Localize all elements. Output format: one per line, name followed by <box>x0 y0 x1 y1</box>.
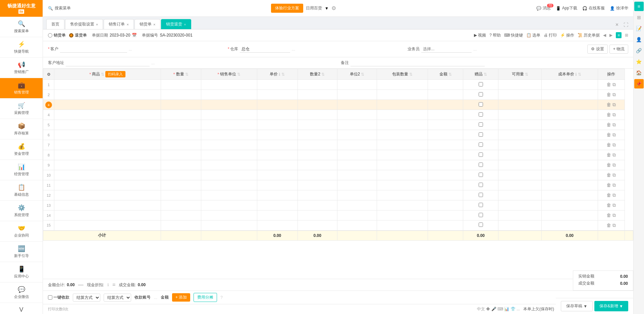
delete-row-btn-2[interactable]: 🗑 <box>606 92 611 97</box>
gift-checkbox-8[interactable] <box>479 152 483 157</box>
delete-row-btn-4[interactable]: 🗑 <box>606 112 611 117</box>
right-panel-notes[interactable]: 📝 <box>634 24 644 33</box>
online-service-btn[interactable]: 🎧 在线客服 <box>582 5 605 11</box>
gear-settings-icon[interactable]: ⚙ <box>331 5 336 11</box>
sidebar-item-inventory[interactable]: 📦 库存核算 <box>0 119 43 139</box>
account-dots[interactable]: ... <box>154 295 157 300</box>
delete-row-btn-6[interactable]: 🗑 <box>606 132 611 137</box>
right-panel-grid-view[interactable]: ⊞ <box>634 13 644 22</box>
warehouse-input[interactable] <box>240 46 290 53</box>
delete-row-btn-13[interactable]: 🗑 <box>606 202 611 208</box>
sidebar-item-operations[interactable]: 📊 经营管理 <box>0 160 43 180</box>
gift-checkbox-12[interactable] <box>479 193 483 197</box>
copy-row-btn-8[interactable]: ⧉ <box>612 152 616 158</box>
col-qty-sort-icon[interactable]: ⇅ <box>185 72 189 77</box>
grid-view-btn[interactable]: ⊞ <box>625 33 628 38</box>
right-panel-star[interactable]: ⭐ <box>634 57 644 66</box>
copy-row-btn-7[interactable]: ⧉ <box>612 142 616 147</box>
tab-sale-order[interactable]: 销售订单 × <box>104 19 133 29</box>
delete-row-btn-12[interactable]: 🗑 <box>606 192 611 198</box>
sidebar-item-search[interactable]: 🔍 搜索菜单 <box>0 17 43 37</box>
add-row-btn[interactable]: + <box>45 102 52 108</box>
copy-row-btn-1[interactable]: ⧉ <box>612 82 616 87</box>
right-panel-home[interactable]: 🏠 <box>634 68 644 77</box>
scan-btn[interactable]: 扫码录入 <box>105 71 125 77</box>
experience-btn[interactable]: 体验行业方案 <box>271 4 303 13</box>
delete-row-btn-14[interactable]: 🗑 <box>606 212 611 218</box>
sidebar-item-newguide[interactable]: 🆕 新手引导 <box>0 242 43 262</box>
sidebar-item-enterprise[interactable]: 🤝 企业协同 <box>0 221 43 242</box>
gift-checkbox-15[interactable] <box>479 223 483 227</box>
col-gift-sort-icon[interactable]: ⇅ <box>484 72 487 77</box>
app-download-btn[interactable]: 📱 App下载 <box>556 5 577 11</box>
save-draft-btn[interactable]: 保存草稿 ▼ <box>561 301 593 311</box>
sidebar-item-system[interactable]: ⚙️ 系统管理 <box>0 201 43 221</box>
copy-row-btn-2[interactable]: ⧉ <box>612 92 616 97</box>
gift-checkbox-14[interactable] <box>479 213 483 217</box>
delete-row-btn-10[interactable]: 🗑 <box>606 172 611 178</box>
prev-record-btn[interactable]: ◀ <box>603 33 606 38</box>
salesperson-input[interactable] <box>421 46 472 53</box>
close-window-btn[interactable]: × <box>614 22 620 28</box>
radio-return-input[interactable] <box>69 33 73 38</box>
col-cost-sort-icon[interactable]: ⇅ <box>578 72 581 77</box>
delete-row-btn-1[interactable]: 🗑 <box>606 82 611 87</box>
delete-row-btn-15[interactable]: 🗑 <box>606 223 611 228</box>
copy-row-btn-11[interactable]: ⧉ <box>612 182 616 188</box>
col-qty2-sort-icon[interactable]: ⇅ <box>321 72 325 77</box>
list-view-btn[interactable]: ≡ <box>616 32 622 38</box>
copy-row-btn-9[interactable]: ⧉ <box>612 162 616 168</box>
delete-row-btn-11[interactable]: 🗑 <box>606 182 611 188</box>
close-sale-delivery-icon[interactable]: × <box>153 22 155 26</box>
radio-sale-delivery[interactable]: 销货单 <box>48 33 66 38</box>
message-btn[interactable]: 💬 消息 70 <box>536 5 551 11</box>
help-btn[interactable]: ? 帮助 <box>489 33 501 38</box>
delete-row-btn-8[interactable]: 🗑 <box>606 152 611 158</box>
gift-checkbox-1[interactable] <box>479 82 483 86</box>
col-amount-sort-icon[interactable]: ⇅ <box>448 72 452 77</box>
product-cell-3[interactable] <box>54 100 161 110</box>
dropdown-icon[interactable]: ▼ <box>325 6 329 11</box>
sidebar-item-purchase[interactable]: 🛒 采购管理 <box>0 99 43 119</box>
maximize-btn[interactable]: ⛶ <box>622 22 630 27</box>
sidebar-item-basic[interactable]: 📋 基础信息 <box>0 180 43 201</box>
gift-checkbox-6[interactable] <box>479 132 483 137</box>
address-picker-btn[interactable]: ... <box>151 61 155 65</box>
copy-row-btn-13[interactable]: ⧉ <box>612 202 616 208</box>
close-sale-setting-icon[interactable]: × <box>96 22 98 26</box>
delete-row-btn-9[interactable]: 🗑 <box>606 162 611 168</box>
customer-picker-btn[interactable]: ... <box>129 47 132 52</box>
delete-row-btn-3[interactable]: 🗑 <box>606 102 611 107</box>
shortcut-btn[interactable]: ⌨ 快捷键 <box>504 33 523 38</box>
warehouse-picker-btn[interactable]: ... <box>292 47 295 52</box>
delete-row-btn-5[interactable]: 🗑 <box>606 122 611 127</box>
tab-sale-delivery[interactable]: 销货单 × <box>135 19 160 29</box>
col-sort-icon[interactable]: ⇅ <box>101 72 104 77</box>
copy-row-btn-3[interactable]: ⧉ <box>612 102 616 107</box>
history-btn[interactable]: 📜 历史单据 <box>578 33 600 38</box>
copy-row-btn-4[interactable]: ⧉ <box>612 112 616 117</box>
customer-input[interactable] <box>60 46 127 53</box>
save-draft-dropdown-icon[interactable]: ▼ <box>583 304 587 309</box>
col-settings[interactable]: ⚙ <box>43 69 54 80</box>
add-payment-btn[interactable]: + 添加 <box>172 293 190 302</box>
print-btn[interactable]: 🖨 打印 <box>544 33 557 38</box>
sidebar-item-finance[interactable]: 💰 资金管理 <box>0 139 43 160</box>
tab-sale-setting[interactable]: 售价提取设置 × <box>65 19 103 29</box>
col-price-sort-icon[interactable]: ⇅ <box>281 72 285 77</box>
gift-checkbox-3[interactable] <box>479 102 483 107</box>
copy-row-btn-10[interactable]: ⧉ <box>612 172 616 178</box>
one-click-checkbox[interactable]: 一键收款 <box>48 295 69 300</box>
gift-checkbox-10[interactable] <box>479 173 483 177</box>
gift-checkbox-11[interactable] <box>479 183 483 187</box>
radio-return[interactable]: 退货单 <box>69 33 87 38</box>
gift-checkbox-4[interactable] <box>479 112 483 117</box>
next-record-btn[interactable]: ▶ <box>609 33 612 38</box>
copy-row-btn-5[interactable]: ⧉ <box>612 122 616 127</box>
settings-button[interactable]: ⚙ 设置 <box>587 45 607 54</box>
select-btn[interactable]: 📋 选单 <box>526 33 540 38</box>
delete-row-btn-7[interactable]: 🗑 <box>606 142 611 147</box>
sidebar-item-appcenter[interactable]: 📱 应用中心 <box>0 262 43 282</box>
right-panel-table-view[interactable]: ≡ <box>634 2 644 11</box>
sidebar-item-sales[interactable]: 💼 销售管理 <box>0 78 43 99</box>
